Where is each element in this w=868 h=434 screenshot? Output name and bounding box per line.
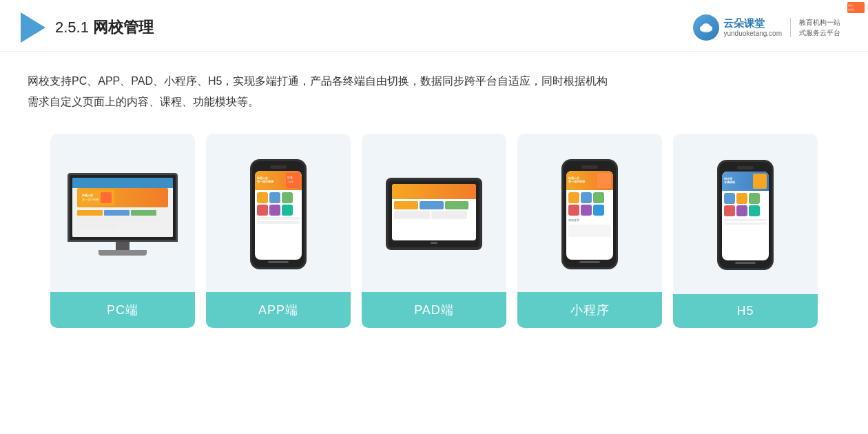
card-app: 职通人的第一届冲课课 职通 人的课	[206, 134, 351, 328]
page-header: 2.5.1 网校管理 云朵课堂 yunduoketang.com 教育机构一站	[0, 0, 868, 52]
h5-screen: 招生季专属课程	[722, 172, 769, 260]
phone-bottom-bar	[268, 261, 289, 263]
brand-icon	[693, 14, 719, 41]
brand-logo: 云朵课堂 yunduoketang.com 教育机构一站 式服务云平台	[693, 14, 840, 41]
card-mini-image: 职通人的第一届冲课课 课程推荐	[517, 134, 662, 292]
brand-name: 云朵课堂	[723, 17, 782, 30]
mini-mockup: 职通人的第一届冲课课 课程推荐	[561, 159, 618, 269]
logo-triangle-icon	[21, 12, 45, 43]
svg-point-3	[702, 23, 710, 30]
svg-rect-7	[101, 192, 112, 203]
card-pad: 职通人 的课课 PAD端	[362, 134, 506, 328]
svg-text:第一届冲课课: 第一届冲课课	[82, 198, 99, 201]
card-pc-image: 职通人的 第一届冲课课	[50, 134, 195, 292]
pad-screen: 职通人 的课课	[392, 184, 476, 240]
description-line2: 需求自定义页面上的内容、课程、功能模块等。	[28, 92, 840, 112]
page-title: 2.5.1 网校管理	[55, 17, 154, 38]
pad-mockup: 职通人 的课课	[386, 178, 482, 250]
svg-text:职通: 职通	[287, 176, 293, 179]
card-app-image: 职通人的第一届冲课课 职通 人的课	[206, 134, 351, 292]
h5-notch	[737, 166, 754, 169]
description-block: 网校支持PC、APP、PAD、小程序、H5，实现多端打通，产品各终端自由切换，数…	[0, 52, 868, 127]
card-mini-label: 小程序	[517, 292, 662, 328]
mini-notch	[581, 165, 598, 169]
card-pc: 职通人的 第一届冲课课	[50, 134, 195, 328]
svg-text:职通人的: 职通人的	[81, 194, 93, 197]
mini-bottom-bar	[579, 261, 600, 263]
phone-notch	[270, 165, 287, 169]
header-right: 云朵课堂 yunduoketang.com 教育机构一站 式服务云平台	[693, 14, 840, 41]
card-pad-image: 职通人 的课课	[362, 134, 506, 292]
brand-divider	[790, 18, 791, 37]
pc-screen: 职通人的 第一届冲课课	[68, 173, 178, 242]
card-mini: 职通人的第一届冲课课 课程推荐 小	[517, 134, 662, 328]
brand-url: yunduoketang.com	[723, 30, 782, 38]
h5-bottom-bar	[735, 262, 756, 264]
app-mockup: 职通人的第一届冲课课 职通 人的课	[250, 159, 307, 269]
card-h5-image: 招生季专属课程	[673, 134, 818, 294]
pad-home-button	[431, 242, 437, 244]
pc-mockup: 职通人的 第一届冲课课	[64, 173, 181, 256]
h5-mockup: 招生季专属课程	[717, 160, 774, 270]
card-app-label: APP端	[206, 292, 351, 328]
header-left: 2.5.1 网校管理	[21, 12, 154, 43]
description-line1: 网校支持PC、APP、PAD、小程序、H5，实现多端打通，产品各终端自由切换，数…	[28, 71, 840, 92]
phone-screen: 职通人的第一届冲课课 职通 人的课	[255, 171, 302, 260]
brand-text: 云朵课堂 yunduoketang.com	[723, 17, 782, 38]
cards-container: 职通人的 第一届冲课课	[0, 127, 868, 349]
card-pad-label: PAD端	[362, 292, 506, 328]
svg-text:人的课: 人的课	[287, 180, 293, 183]
card-h5: 招生季专属课程 H5	[673, 134, 818, 328]
card-h5-label: H5	[673, 294, 818, 328]
mini-screen: 职通人的第一届冲课课 课程推荐	[566, 171, 613, 260]
card-pc-label: PC端	[50, 292, 195, 328]
brand-slogan: 教育机构一站 式服务云平台	[799, 17, 840, 38]
